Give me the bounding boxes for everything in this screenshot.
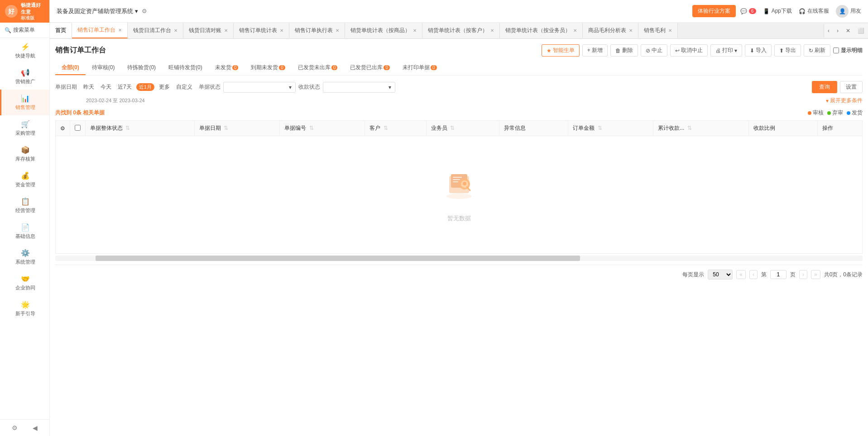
tab-close-all-btn[interactable]: ✕	[842, 24, 854, 38]
subtab-overdue-not-shipped[interactable]: 到期未发货0	[245, 61, 292, 75]
date-option-today[interactable]: 今天	[99, 82, 113, 92]
tab-close-cash-daily-workbench[interactable]: ✕	[174, 28, 177, 33]
settings-footer-btn[interactable]: ⚙	[12, 424, 18, 431]
tab-scroll-right-btn[interactable]: ›	[833, 24, 842, 38]
tab-sales-stats-by-salesman[interactable]: 销货单统计表（按业务员） ✕	[500, 23, 583, 38]
topbar-settings-icon[interactable]: ⚙	[142, 8, 147, 14]
sort-collected-icon[interactable]: ⇅	[687, 125, 692, 131]
subtab-not-shipped[interactable]: 未发货0	[209, 61, 245, 75]
subtab-all[interactable]: 全部(0)	[55, 61, 86, 75]
tab-close-sales-profit[interactable]: ✕	[668, 28, 672, 33]
sort-number-icon[interactable]: ⇅	[309, 125, 314, 131]
collapse-sidebar-btn[interactable]: ◀	[33, 424, 38, 431]
expand-filter-btn[interactable]: ▾ 展开更多条件	[826, 97, 863, 104]
online-service-action[interactable]: 🎧 在线客服	[799, 7, 829, 15]
subtab-not-printed[interactable]: 未打印单据0	[396, 61, 443, 75]
tab-close-product-margin[interactable]: ✕	[629, 28, 633, 33]
tab-sales-order-exec[interactable]: 销售订单执行表 ✕	[289, 23, 345, 38]
col-date: 单据日期 ⇅	[195, 121, 280, 136]
subtab-shipped-not-out[interactable]: 已发货未出库0	[292, 61, 344, 75]
sidebar-item-marketing[interactable]: 📢 营销推广	[0, 64, 49, 90]
select-all-checkbox[interactable]	[75, 125, 81, 131]
sidebar-item-guide[interactable]: 🌟 新手引导	[0, 296, 49, 322]
tab-close-sales-stats-by-customer[interactable]: ✕	[490, 28, 494, 33]
tab-sales-profit[interactable]: 销售毛利 ✕	[638, 23, 678, 38]
tab-close-sales-stats-by-product[interactable]: ✕	[413, 28, 417, 33]
tab-product-margin[interactable]: 商品毛利分析表 ✕	[583, 23, 638, 38]
sidebar-item-enterprise[interactable]: 🤝 企业协同	[0, 270, 49, 296]
date-option-yesterday[interactable]: 昨天	[82, 82, 96, 92]
sidebar-item-operations[interactable]: 📋 经营管理	[0, 193, 49, 218]
sidebar-item-purchase[interactable]: 🛒 采购管理	[0, 115, 49, 141]
horizontal-scrollbar[interactable]	[55, 256, 863, 261]
status-filter-select[interactable]: ▾	[223, 82, 296, 93]
stop-button[interactable]: ⊘ 中止	[641, 44, 667, 57]
date-option-7days[interactable]: 近7天	[116, 82, 134, 92]
refresh-button[interactable]: ↻ 刷新	[804, 44, 830, 57]
tab-cash-goods-reconcile[interactable]: 钱货日清对账 ✕	[183, 23, 234, 38]
user-menu[interactable]: 👤 用友	[836, 5, 861, 18]
system-title-dropdown[interactable]: 装备及固定资产辅助管理系统 ▾	[57, 7, 138, 15]
smart-generate-button[interactable]: ★ 智能生单	[542, 44, 580, 57]
setting-button[interactable]: 设置	[840, 81, 863, 93]
ship-action[interactable]: 发货	[847, 109, 863, 117]
subtab-pending-review[interactable]: 待审核(0)	[86, 61, 121, 75]
cancel-stop-button[interactable]: ↩ 取消中止	[670, 44, 708, 57]
sort-status-icon[interactable]: ⇅	[125, 125, 130, 131]
print-button[interactable]: 🖨 打印 ▾	[710, 44, 742, 57]
tab-close-sales-order-workbench[interactable]: ✕	[118, 28, 122, 33]
tab-scroll-left-btn[interactable]: ‹	[824, 24, 833, 38]
sidebar-item-inventory[interactable]: 📦 库存核算	[0, 141, 49, 167]
table-container: ⚙ 单据整体状态 ⇅ 单据日期 ⇅ 单据编号	[55, 120, 863, 254]
tab-close-cash-goods-reconcile[interactable]: ✕	[224, 28, 228, 33]
scrollbar-thumb[interactable]	[96, 256, 580, 261]
import-button[interactable]: ⬇ 导入	[745, 44, 772, 57]
subtab-pending-inspection[interactable]: 待拣验货(0)	[121, 61, 162, 75]
query-button[interactable]: 查询	[812, 81, 837, 93]
app-download-action[interactable]: 📱 App下载	[763, 7, 792, 15]
tab-sales-stats-by-product[interactable]: 销货单统计表（按商品） ✕	[345, 23, 422, 38]
sidebar-item-basic-info[interactable]: 📄 基础信息	[0, 218, 49, 244]
sidebar-item-system[interactable]: ⚙️ 系统管理	[0, 244, 49, 270]
first-page-btn[interactable]: «	[736, 270, 746, 279]
prev-page-btn[interactable]: ‹	[749, 270, 758, 279]
tab-close-sales-order-stats[interactable]: ✕	[280, 28, 283, 33]
logo: 好 畅捷通好生意 标准版	[0, 0, 49, 23]
tab-home[interactable]: 首页	[50, 23, 72, 38]
tab-close-sales-stats-by-salesman[interactable]: ✕	[573, 28, 577, 33]
last-page-btn[interactable]: »	[811, 270, 820, 279]
per-page-select[interactable]: 10 20 50 100	[708, 270, 733, 280]
next-page-btn[interactable]: ›	[799, 270, 807, 279]
search-menu-item[interactable]: 🔍 搜索菜单	[0, 23, 49, 38]
sort-salesman-icon[interactable]: ⇅	[450, 125, 455, 131]
delete-button[interactable]: 🗑 删除	[610, 44, 638, 57]
page-number-input[interactable]	[770, 270, 786, 279]
col-settings[interactable]: ⚙	[56, 121, 70, 136]
sidebar-item-quick-nav[interactable]: ⚡ 快捷导航	[0, 38, 49, 64]
subtab-wangpu-pending-ship[interactable]: 旺铺待发货(0)	[162, 61, 209, 75]
sort-date-icon[interactable]: ⇅	[224, 125, 228, 131]
sidebar-item-finance[interactable]: 💰 资金管理	[0, 167, 49, 193]
date-option-more[interactable]: 更多	[157, 82, 172, 92]
show-detail-checkbox-label[interactable]: 显示明细	[833, 47, 863, 54]
tab-cash-daily-workbench[interactable]: 钱货日清工作台 ✕	[128, 23, 183, 38]
review-action[interactable]: 审核	[808, 109, 824, 117]
add-button[interactable]: + 新增	[582, 44, 608, 57]
tab-sales-stats-by-customer[interactable]: 销货单统计表（按客户） ✕	[422, 23, 500, 38]
sort-amount-icon[interactable]: ⇅	[598, 125, 602, 131]
cancel-review-action[interactable]: 弃审	[827, 109, 843, 117]
subtab-shipped-out[interactable]: 已发货已出库0	[344, 61, 396, 75]
industry-solution-button[interactable]: 体验行业方案	[692, 5, 736, 17]
tab-maximize-btn[interactable]: ⬜	[854, 24, 868, 38]
message-action[interactable]: 💬 6	[740, 8, 756, 14]
payment-filter-select[interactable]: ▾	[323, 82, 395, 93]
sort-customer-icon[interactable]: ⇅	[384, 125, 388, 131]
show-detail-checkbox[interactable]	[833, 47, 839, 53]
export-button[interactable]: ⬆ 导出	[774, 44, 801, 57]
tab-close-sales-order-exec[interactable]: ✕	[336, 28, 339, 33]
date-option-1month[interactable]: 近1月	[136, 83, 154, 91]
date-option-custom[interactable]: 自定义	[174, 82, 194, 92]
sidebar-item-sales[interactable]: 📊 销售管理	[0, 90, 49, 115]
tab-sales-order-workbench[interactable]: 销售订单工作台 ✕	[72, 23, 128, 38]
tab-sales-order-stats[interactable]: 销售订单统计表 ✕	[234, 23, 289, 38]
